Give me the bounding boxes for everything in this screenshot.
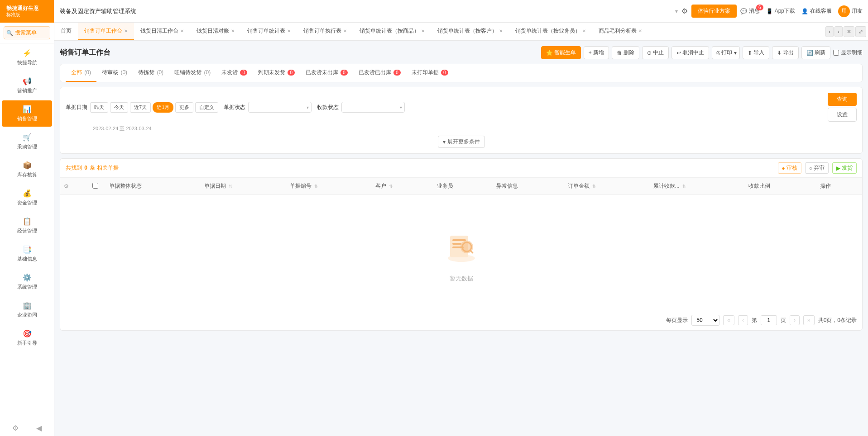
search-button[interactable]: 查询 — [828, 93, 857, 106]
tab-close-goods-stats-customer[interactable]: ✕ — [499, 28, 503, 33]
cancel-suspend-button[interactable]: ↩ 取消中止 — [671, 46, 709, 59]
unapprove-button[interactable]: ○ 弃审 — [805, 162, 829, 174]
th-amount[interactable]: 订单金额 ⇅ — [562, 178, 648, 195]
filter-tab-shipped-not-out[interactable]: 已发货未出库 0 — [300, 64, 353, 82]
settings-icon[interactable]: ⚙ — [681, 7, 688, 15]
tab-close-goods-stats-product[interactable]: ✕ — [421, 28, 425, 33]
collapse-icon[interactable]: ◀ — [36, 424, 42, 432]
tab-cash-daily[interactable]: 钱货日清工作台 ✕ — [134, 23, 190, 40]
tab-close-cash-reconcile[interactable]: ✕ — [231, 28, 235, 33]
online-service-btn[interactable]: 👤 在线客服 — [801, 7, 832, 15]
th-customer[interactable]: 客户 ⇅ — [370, 178, 432, 195]
ship-button[interactable]: ▶ 发货 — [832, 162, 857, 174]
tab-sales-order[interactable]: 销售订单工作台 ✕ — [78, 23, 134, 40]
th-settings[interactable]: ⚙ — [60, 178, 87, 195]
tab-cash-reconcile[interactable]: 钱货日清对账 ✕ — [190, 23, 241, 40]
sidebar-item-operations[interactable]: 📋 经营管理 — [2, 213, 52, 239]
tab-prev-btn[interactable]: ‹ — [825, 26, 834, 37]
tab-goods-stats-product[interactable]: 销货单统计表（按商品） ✕ — [353, 23, 431, 40]
sidebar-item-basic-info[interactable]: 📑 基础信息 — [2, 241, 52, 267]
search-menu-button[interactable]: 🔍 搜索菜单 — [4, 26, 50, 39]
filter-tab-unprinted[interactable]: 未打印单据 0 — [406, 64, 454, 82]
sidebar-item-enterprise[interactable]: 🏢 企业协同 — [2, 297, 52, 323]
tab-home[interactable]: 首页 — [54, 23, 78, 40]
app-download-btn[interactable]: 📱 App下载 — [766, 7, 795, 15]
tab-expand-btn[interactable]: ⤢ — [855, 26, 866, 37]
tab-close-all-btn[interactable]: ✕ — [844, 26, 854, 37]
total-label: 共0页，0条记录 — [818, 317, 857, 324]
sidebar-item-quick-nav[interactable]: ⚡ 快捷导航 — [2, 44, 52, 71]
industry-btn[interactable]: 体验行业方案 — [691, 5, 737, 18]
show-detail-checkbox[interactable]: 显示明细 — [833, 49, 863, 57]
suspend-button[interactable]: ⊙ 中止 — [642, 46, 669, 59]
filter-tab-unshipped[interactable]: 未发货 0 — [216, 64, 253, 82]
date-btn-1month[interactable]: 近1月 — [153, 102, 173, 113]
tab-sales-stats[interactable]: 销售订单统计表 ✕ — [241, 23, 297, 40]
tab-close-goods-stats-staff[interactable]: ✕ — [582, 28, 586, 33]
sidebar-search-area[interactable]: 🔍 搜索菜单 — [0, 23, 54, 43]
sidebar-item-newbie[interactable]: 🎯 新手引导 — [2, 325, 52, 351]
filter-tab-shipped-out[interactable]: 已发货已出库 0 — [353, 64, 406, 82]
tab-goods-margin[interactable]: 商品毛利分析表 ✕ — [592, 23, 648, 40]
tab-close-sales-exec[interactable]: ✕ — [343, 28, 347, 33]
prev-page-btn[interactable]: ‹ — [738, 315, 748, 325]
filter-row-date-range: 2023-02-24 至 2023-03-24 — [66, 123, 857, 132]
user-area[interactable]: 用 用友 — [838, 5, 863, 17]
tab-close-cash-daily[interactable]: ✕ — [180, 28, 184, 33]
system-dropdown-icon[interactable]: ▾ — [675, 8, 678, 14]
first-page-btn[interactable]: « — [723, 315, 734, 325]
th-operation: 操作 — [815, 178, 862, 195]
select-all-checkbox[interactable] — [92, 183, 98, 189]
th-collected[interactable]: 累计收款... ⇅ — [648, 178, 743, 195]
tab-close-goods-margin[interactable]: ✕ — [638, 28, 642, 33]
tab-sales-exec[interactable]: 销售订单执行表 ✕ — [297, 23, 353, 40]
system-title: 装备及固定资产辅助管理系统 — [60, 7, 671, 15]
sidebar-item-purchase[interactable]: 🛒 采购管理 — [2, 128, 52, 155]
tab-close-sales-stats[interactable]: ✕ — [287, 28, 291, 33]
sidebar-item-system[interactable]: ⚙️ 系统管理 — [2, 269, 52, 295]
add-button[interactable]: + 新增 — [584, 46, 609, 59]
table-scroll[interactable]: ⚙ 单据整体状态 单据日期 ⇅ — [60, 178, 862, 310]
filter-tab-all[interactable]: 全部 (0) — [66, 64, 96, 82]
sidebar-item-finance[interactable]: 💰 资金管理 — [2, 185, 52, 211]
date-btn-more[interactable]: 更多 — [175, 102, 193, 113]
last-page-btn[interactable]: » — [803, 315, 815, 325]
tab-close-sales-order[interactable]: ✕ — [124, 28, 128, 33]
refresh-icon: 🔄 — [806, 50, 813, 56]
filter-tab-overdue[interactable]: 到期未发货 0 — [253, 64, 300, 82]
tab-next-btn[interactable]: › — [834, 26, 843, 37]
audit-button[interactable]: ● 审核 — [778, 162, 801, 174]
set-button[interactable]: 设置 — [828, 108, 857, 122]
delete-button[interactable]: 🗑 删除 — [612, 46, 639, 59]
import-button[interactable]: ⬆ 导入 — [743, 46, 769, 59]
th-date[interactable]: 单据日期 ⇅ — [199, 178, 284, 195]
expand-conditions-btn[interactable]: ▾ 展开更多条件 — [438, 136, 485, 148]
show-detail-input[interactable] — [833, 50, 839, 56]
sidebar-item-sales[interactable]: 📊 销售管理 — [2, 100, 52, 127]
message-btn[interactable]: 💬 消息 6 — [740, 7, 760, 15]
empty-text: 暂无数据 — [450, 275, 473, 283]
tab-goods-stats-customer[interactable]: 销货单统计表（按客户） ✕ — [431, 23, 509, 40]
filter-tab-pending-review[interactable]: 待审核 (0) — [96, 64, 133, 82]
date-btn-custom[interactable]: 自定义 — [195, 102, 218, 113]
th-number[interactable]: 单据编号 ⇅ — [284, 178, 370, 195]
filter-tab-wangpu[interactable]: 旺铺待发货 (0) — [169, 64, 216, 82]
bill-status-select[interactable] — [248, 102, 312, 113]
per-page-select[interactable]: 50 — [691, 315, 719, 326]
export-button[interactable]: ⬇ 导出 — [772, 46, 799, 59]
date-btn-yesterday[interactable]: 昨天 — [90, 102, 108, 113]
page-input[interactable] — [761, 315, 777, 325]
filter-tab-pending-check[interactable]: 待拣货 (0) — [133, 64, 169, 82]
next-page-btn[interactable]: › — [790, 315, 800, 325]
print-dropdown[interactable]: 🖨 打印 ▾ — [712, 46, 740, 59]
settings-bottom-icon[interactable]: ⚙ — [12, 424, 19, 432]
date-btn-7days[interactable]: 近7天 — [130, 102, 151, 113]
payment-status-select[interactable] — [341, 102, 405, 113]
smart-gen-button[interactable]: ⭐ 智能生单 — [541, 46, 581, 59]
refresh-button[interactable]: 🔄 刷新 — [801, 46, 830, 59]
sidebar-item-inventory[interactable]: 📦 库存核算 — [2, 156, 52, 183]
tab-goods-stats-staff[interactable]: 销货单统计表（按业务员） ✕ — [509, 23, 592, 40]
filter-area: 单据日期 昨天 今天 近7天 近1月 更多 自定义 单据状态 — [60, 87, 863, 154]
date-btn-today[interactable]: 今天 — [110, 102, 128, 113]
sidebar-item-marketing[interactable]: 📢 营销推广 — [2, 72, 52, 99]
